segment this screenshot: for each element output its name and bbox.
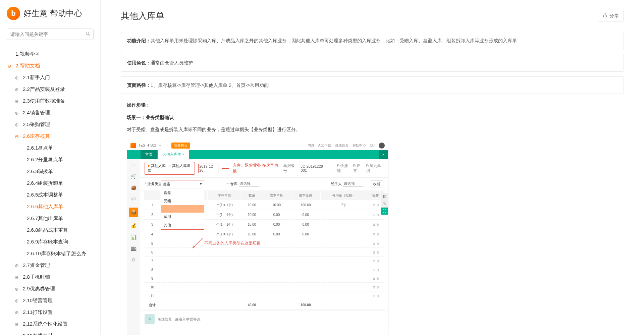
cart-icon: 🛒 — [131, 173, 137, 179]
arrow-icon — [191, 236, 204, 250]
nav-l2-item[interactable]: 2.8手机旺铺 — [14, 271, 94, 283]
nav-l3-item[interactable]: 2.6.5成本调整单 — [23, 189, 94, 201]
wallet-icon: 💰 — [131, 223, 137, 228]
arrow-icon: ⟵ — [222, 165, 229, 171]
ss-type-radios: ● 其他入库 ○ 其他入库退库 — [145, 162, 195, 175]
ss-collapse-btn: 收起 — [370, 180, 383, 187]
ss-tab-active: 其他入库单 × — [158, 150, 189, 159]
search-icon[interactable] — [86, 32, 90, 37]
nav-l2-item[interactable]: 2.13在线支付 — [14, 330, 94, 335]
nav-l1-item[interactable]: 2.帮助文档 — [7, 60, 94, 72]
page-title: 其他入库单 — [121, 10, 164, 22]
nav-l2-item[interactable]: 2.5采购管理 — [14, 119, 94, 130]
nav-l2-item[interactable]: 2.9优惠券管理 — [14, 283, 94, 295]
nav-l3-item[interactable]: 2.6.2分量盘点单 — [23, 154, 94, 166]
ss-top-link: CC — [370, 144, 375, 147]
steps-heading: 操作步骤： — [127, 101, 624, 110]
table-row: 6⊕ ⊖ — [144, 248, 384, 257]
gear-icon: ⚙ — [131, 257, 136, 263]
avatar-icon — [379, 143, 385, 149]
logo-icon: b — [7, 7, 20, 20]
tool-icon: ◧ — [381, 193, 388, 200]
scene1-text: 对于受赠、盘盈或是拆装入库等不同的业务，是通过单据头【业务类型】进行区分。 — [127, 125, 624, 134]
home-icon: ⌂ — [132, 162, 135, 167]
nav-l3-item[interactable]: 2.6.3调拨单 — [23, 166, 94, 177]
intro-label: 功能介绍： — [127, 38, 151, 43]
scene1-title: 场景一：业务类型确认 — [127, 113, 624, 122]
ss-right-tools: ◧ ✎ ⛶ — [381, 193, 388, 215]
role-text: 通常由仓管人员维护 — [151, 60, 193, 65]
ss-docno-label: 单据编号 — [283, 163, 298, 173]
ss-dropdown-item: 试用 — [161, 213, 204, 221]
nav-l3-item[interactable]: 2.6.10库存账本错了怎么办 — [23, 248, 94, 260]
table-row: 11⊕ ⊖ — [144, 292, 384, 300]
nav-l2-item[interactable]: 2.11打印设置 — [14, 306, 94, 318]
store-icon: 🏬 — [131, 246, 137, 251]
svg-point-0 — [86, 32, 89, 35]
tool-icon: ✎ — [381, 200, 388, 208]
nav-l3-item[interactable]: 2.6.6其他入库单 — [23, 201, 94, 213]
chart-icon: 📊 — [131, 234, 137, 240]
nav-l2-item[interactable]: 2.12系统个性化设置 — [14, 318, 94, 330]
bag-icon: 👜 — [131, 185, 137, 190]
ss-top-link: 消息 — [308, 143, 314, 148]
sidebar: b 好生意 帮助中心 1.视频学习2.帮助文档2.1新手入门2.2产品安装及登录… — [0, 0, 101, 335]
ss-top-link: 帮助中心 — [353, 143, 366, 148]
plus-icon — [14, 275, 19, 280]
minus-icon — [7, 63, 12, 69]
ss-toolbar-link: ⎘ 设置 — [353, 163, 363, 173]
logo-text: 好生意 帮助中心 — [23, 8, 82, 19]
ss-date-field: 2019-12-26 — [198, 164, 218, 173]
nav-l2-item[interactable]: 2.6库存核算 — [14, 130, 94, 142]
share-button[interactable]: 分享 — [598, 11, 624, 21]
ss-top-link: App下载 — [318, 143, 331, 148]
plus-icon — [14, 87, 19, 92]
share-icon — [603, 13, 607, 19]
ss-logo-icon — [130, 143, 136, 148]
plus-icon — [14, 263, 19, 268]
nav-l2-item[interactable]: 2.2产品安装及登录 — [14, 83, 94, 95]
table-row: 8⊕ ⊖ — [144, 266, 384, 274]
nav-l3-item[interactable]: 2.6.4组装拆卸单 — [23, 177, 94, 189]
logo-row: b 好生意 帮助中心 — [7, 7, 94, 20]
nav-l2-item[interactable]: 2.4销售管理 — [14, 107, 94, 119]
search-input[interactable] — [7, 29, 94, 40]
plus-icon — [14, 75, 19, 80]
nav-l2-item[interactable]: 2.3使用前数据准备 — [14, 95, 94, 107]
path-label: 页面路径： — [127, 82, 151, 88]
ss-dropdown-item: 其他 — [161, 221, 204, 229]
nav-l2-item[interactable]: 2.10经营管理 — [14, 295, 94, 306]
intro-box: 功能介绍：其他入库单用来处理除采购入库、产成品入库之外的其他入库业务，因此其他入… — [121, 32, 624, 49]
ss-remark-input — [175, 317, 383, 321]
path-box: 页面路径：1、库存核算->库存管理->其他入库单 2、首页->常用功能 — [121, 76, 624, 94]
ss-remark-label: 备注信息 — [158, 317, 171, 322]
tool-icon: ⛶ — [381, 208, 388, 215]
plus-icon — [14, 110, 19, 116]
table-row: 9⊕ ⊖ — [144, 275, 384, 283]
ss-dropdown: 搜索▾ 盘盈受赠 试用其他 — [161, 180, 204, 230]
nav-l1-item[interactable]: 1.视频学习 — [7, 48, 94, 60]
nav-l3-item[interactable]: 2.6.1盘点单 — [23, 142, 94, 154]
svg-line-1 — [89, 34, 90, 36]
table-row: 4个(1 = 1个)10.000.000.00⊕ ⊖ — [144, 230, 384, 239]
ss-buy-button: 我要购买 — [171, 143, 190, 149]
nav-l2-item[interactable]: 2.7资金管理 — [14, 260, 94, 271]
path-text: 1、库存核算->库存管理->其他入库单 2、首页->常用功能 — [151, 82, 269, 88]
minus-icon — [14, 134, 19, 139]
ss-toolbar-link: ⎘ 历史单据 — [366, 163, 383, 173]
plus-icon — [14, 122, 19, 127]
ss-sidebar: ⌂ 🛒 👜 🏷 📦 💰 📊 🏬 ⚙ — [127, 159, 140, 335]
plus-icon — [14, 333, 19, 335]
main-content: 其他入库单 分享 功能介绍：其他入库单用来处理除采购入库、产成品入库之外的其他入… — [101, 0, 644, 335]
role-label: 使用角色： — [127, 60, 151, 65]
ss-dropdown-item: 受赠 — [161, 197, 204, 205]
nav-l3-item[interactable]: 2.6.9库存账本查询 — [23, 236, 94, 248]
nav-l2-item[interactable]: 2.1新手入门 — [14, 72, 94, 83]
plus-icon — [14, 322, 19, 327]
table-row: 10⊕ ⊖ — [144, 283, 384, 291]
nav-l3-item[interactable]: 2.6.7其他出库单 — [23, 213, 94, 224]
ss-annotation-2: 不同业务的入库类型在这里切换 — [204, 240, 261, 246]
nav-l3-item[interactable]: 2.6.8商品成本重算 — [23, 224, 94, 236]
nav-tree: 1.视频学习2.帮助文档2.1新手入门2.2产品安装及登录2.3使用前数据准备2… — [7, 48, 94, 335]
ss-dropdown-item: 盘盈 — [161, 188, 204, 197]
